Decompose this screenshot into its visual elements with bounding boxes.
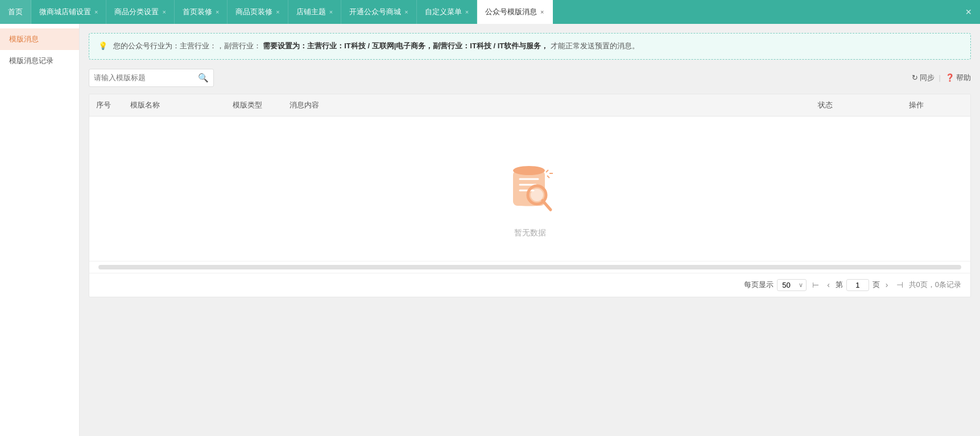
help-button[interactable]: ❓ 帮助: [945, 73, 971, 83]
search-wrap[interactable]: 🔍: [89, 69, 214, 87]
prev-page-button[interactable]: ‹: [825, 279, 832, 290]
page-size-wrap: 每页显示 10 20 50 100: [744, 279, 807, 291]
tab-shop-settings-label: 微商城店铺设置: [39, 7, 91, 17]
data-table: 序号 模版名称 模版类型 消息内容 状态 操作: [89, 94, 971, 297]
close-product-decor[interactable]: ×: [276, 9, 279, 15]
sync-icon: ↻: [912, 73, 918, 82]
close-custom-menu[interactable]: ×: [465, 9, 469, 15]
close-open-mall[interactable]: ×: [404, 9, 408, 15]
page-number-input[interactable]: [846, 279, 869, 291]
page-unit: 页: [873, 280, 880, 290]
sidebar-item-template-message[interactable]: 模版消息: [0, 28, 79, 50]
main-content: 💡 您的公众号行业为：主营行业：，副营行业： 需要设置为：主营行业：IT科技 /…: [80, 24, 980, 436]
close-home-decor[interactable]: ×: [216, 9, 219, 15]
page-word: 第: [836, 280, 843, 290]
help-label: 帮助: [956, 73, 971, 83]
search-icon[interactable]: 🔍: [198, 73, 209, 83]
toolbar-divider: |: [939, 73, 941, 82]
next-page-button[interactable]: ›: [883, 279, 891, 290]
notice-suffix: 才能正常发送预置的消息。: [551, 41, 639, 50]
close-category[interactable]: ×: [162, 9, 166, 15]
sidebar: 模版消息 模版消息记录: [0, 24, 80, 436]
tab-product-decor-label: 商品页装修: [235, 7, 272, 17]
close-all-button[interactable]: ✕: [957, 7, 980, 16]
notice-prefix: 您的公众号行业为：主营行业：，副营行业：: [113, 41, 261, 50]
help-icon: ❓: [945, 73, 954, 82]
page-size-select[interactable]: 10 20 50 100: [777, 279, 807, 291]
tab-store-theme-label: 店铺主题: [296, 7, 326, 17]
sidebar-item-template-message-log[interactable]: 模版消息记录: [0, 50, 79, 72]
tab-store-theme[interactable]: 店铺主题 ×: [288, 0, 341, 24]
sync-label: 同步: [920, 73, 934, 83]
tab-product-decor[interactable]: 商品页装修 ×: [228, 0, 288, 24]
empty-illustration: [496, 151, 564, 219]
search-input[interactable]: [94, 73, 196, 82]
col-content: 消息内容: [283, 94, 811, 116]
tab-category-label: 商品分类设置: [114, 7, 159, 17]
empty-text: 暂无数据: [514, 228, 546, 238]
svg-line-9: [546, 170, 548, 172]
tab-home-label: 首页: [8, 7, 23, 17]
svg-point-8: [531, 189, 543, 201]
page-size-label: 每页显示: [744, 280, 774, 290]
col-status: 状态: [811, 94, 902, 116]
tab-category-settings[interactable]: 商品分类设置 ×: [106, 0, 174, 24]
tab-home-decor[interactable]: 首页装修 ×: [175, 0, 228, 24]
close-shop-settings[interactable]: ×: [94, 9, 98, 15]
sidebar-item-template-message-log-label: 模版消息记录: [9, 56, 53, 65]
tab-custom-menu[interactable]: 自定义菜单 ×: [417, 0, 477, 24]
scrollbar-track[interactable]: [98, 265, 961, 269]
top-nav: 首页 微商城店铺设置 × 商品分类设置 × 首页装修 × 商品页装修 × 店铺主…: [0, 0, 980, 24]
tab-shop-settings[interactable]: 微商城店铺设置 ×: [31, 0, 106, 24]
col-name: 模版名称: [123, 94, 226, 116]
close-template-msg[interactable]: ×: [540, 9, 544, 15]
notice-icon: 💡: [98, 41, 107, 50]
sync-button[interactable]: ↻ 同步: [912, 73, 934, 83]
notice-highlight: 需要设置为：主营行业：IT科技 / 互联网|电子商务，副营行业：IT科技 / I…: [263, 41, 548, 50]
close-store-theme[interactable]: ×: [329, 9, 333, 15]
tab-home[interactable]: 首页: [0, 0, 31, 24]
page-size-select-wrap[interactable]: 10 20 50 100: [777, 279, 807, 291]
svg-line-11: [547, 176, 549, 178]
close-all-icon: ✕: [965, 7, 972, 16]
col-action: 操作: [902, 94, 970, 116]
tab-home-decor-label: 首页装修: [183, 7, 212, 17]
table-header: 序号 模版名称 模版类型 消息内容 状态 操作: [89, 94, 970, 117]
tab-template-msg-label: 公众号模版消息: [485, 7, 537, 17]
tab-open-mall-label: 开通公众号商城: [349, 7, 401, 17]
toolbar: 🔍 ↻ 同步 | ❓ 帮助: [89, 69, 971, 87]
main-layout: 模版消息 模版消息记录 💡 您的公众号行业为：主营行业：，副营行业： 需要设置为…: [0, 24, 980, 436]
tab-template-msg[interactable]: 公众号模版消息 ×: [477, 0, 552, 24]
toolbar-right: ↻ 同步 | ❓ 帮助: [912, 73, 971, 83]
tab-custom-menu-label: 自定义菜单: [425, 7, 462, 17]
col-type: 模版类型: [226, 94, 283, 116]
horizontal-scrollbar[interactable]: [89, 261, 970, 273]
notice-box: 💡 您的公众号行业为：主营行业：，副营行业： 需要设置为：主营行业：IT科技 /…: [89, 33, 971, 60]
svg-point-2: [513, 166, 545, 175]
page-total: 共0页，0条记录: [909, 280, 961, 290]
empty-state: 暂无数据: [89, 117, 970, 261]
sidebar-item-template-message-label: 模版消息: [9, 35, 39, 43]
tab-open-mall[interactable]: 开通公众号商城 ×: [341, 0, 416, 24]
pagination: 每页显示 10 20 50 100 ⊢ ‹ 第 页 › ⊣: [89, 273, 970, 297]
last-page-button[interactable]: ⊣: [894, 279, 905, 290]
col-index: 序号: [89, 94, 123, 116]
first-page-button[interactable]: ⊢: [810, 279, 821, 290]
